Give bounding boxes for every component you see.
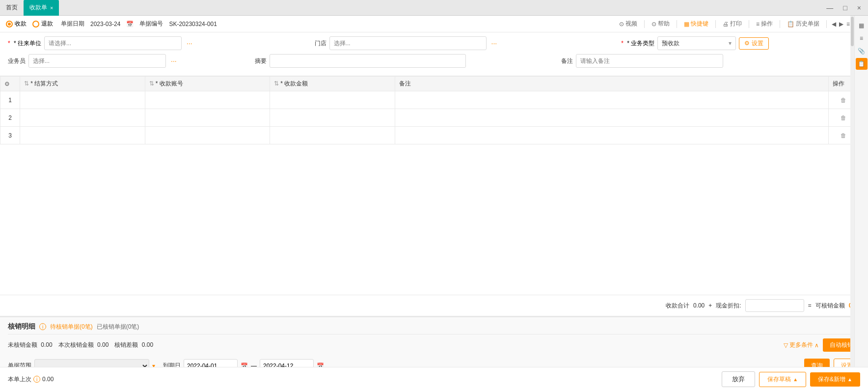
amount-2[interactable] [270,109,395,127]
summary-field: 摘要 [255,54,554,68]
video-btn[interactable]: ⊙ 视频 [617,19,639,29]
date-label: 单据日期 [61,20,84,28]
history-btn[interactable]: 📋 历史单据 [785,19,821,29]
summary-input[interactable] [270,54,466,68]
panel-list-icon[interactable]: ≡ [856,32,868,44]
calendar-icon[interactable]: 📅 [126,21,134,28]
account-2[interactable] [145,109,270,127]
layout-icon[interactable]: ≡ [846,21,850,28]
chevron-up-icon: ∧ [814,342,819,349]
window-controls: — □ × [823,3,868,13]
video-icon: ⊙ [619,21,624,28]
close-btn[interactable]: × [854,3,864,13]
unchecked-value: 0.00 [41,341,52,348]
current-verify-value: 0.00 [97,341,108,348]
salesperson-label: 业务员 [8,57,26,65]
row-num-1: 1 [0,91,20,109]
footer: 本单上次 i 0.00 放弃 保存草稿 ▲ 保存&新增 ▲ [0,367,868,391]
minimize-btn[interactable]: — [823,3,836,13]
form-area: * * 往来单位 ··· 门店 ··· * * 业务类型 预收款 ▾ [0,32,868,76]
from-unit-more-btn[interactable]: ··· [185,39,194,47]
save-draft-btn[interactable]: 保存草稿 ▲ [759,372,806,387]
footer-info: 本单上次 i 0.00 [8,375,54,384]
scroll-track [850,16,854,369]
business-type-select[interactable]: 预收款 ▾ [657,36,736,50]
footer-actions: 放弃 保存草稿 ▲ 保存&新增 ▲ [722,371,860,387]
abandon-btn[interactable]: 放弃 [722,371,755,387]
save-new-btn[interactable]: 保存&新增 ▲ [810,372,860,387]
table-row: 3 🗑 ⧉ [0,127,868,144]
scroll-thumb[interactable] [851,17,854,46]
from-unit-label: * * 往来单位 [8,39,41,48]
salesperson-more-btn[interactable]: ··· [169,57,179,65]
plus-sign: + [708,302,712,309]
verify-done-tab[interactable]: 已核销单据(0笔) [97,323,139,331]
form-row-1: * * 往来单位 ··· 门店 ··· * * 业务类型 预收款 ▾ [8,36,860,50]
sort-icon: ⇅ [24,80,29,87]
from-unit-input[interactable] [44,36,182,50]
col-remark: 备注 [395,77,829,91]
table-row: 2 🗑 ⧉ [0,109,868,127]
print-icon: 🖨 [723,21,729,28]
settlement-1[interactable] [20,91,145,109]
discount-label: 现金折扣: [716,302,741,310]
store-input[interactable] [329,36,487,50]
save-new-arrow: ▲ [847,377,852,382]
more-conditions-label: 更多条件 [789,341,813,349]
history-icon: 📋 [787,21,794,28]
store-label: 门店 [315,39,326,48]
tab-close-btn[interactable]: × [50,5,53,11]
account-1[interactable] [145,91,270,109]
data-table: ⚙ ⇅ * 结算方式 ⇅ * 收款账号 ⇅ * 收款金额 [0,76,868,144]
nav-next-icon[interactable]: ▶ [839,21,843,28]
form-row-2: 业务员 ··· 摘要 备注 [8,54,860,68]
remark-input[interactable] [576,54,723,68]
delete-icon-3[interactable]: 🗑 [841,132,846,139]
panel-table-icon[interactable]: ▦ [856,20,868,31]
radio-refund[interactable]: 退款 [32,20,53,28]
remark-3[interactable] [395,127,829,144]
panel-attach-icon[interactable]: 📎 [856,45,868,57]
print-btn[interactable]: 🖨 打印 [721,19,744,29]
col-amount: ⇅ * 收款金额 [270,77,395,91]
business-type-value: 预收款 [662,39,679,48]
verify-pending-tab[interactable]: 待核销单据(0笔) [50,323,93,331]
business-type-field: * * 业务类型 预收款 ▾ ⚙ 设置 [621,36,860,50]
summary-label: 摘要 [255,57,267,65]
save-new-label: 保存&新增 [818,375,845,384]
delete-icon-2[interactable]: 🗑 [841,114,846,121]
tab-current[interactable]: 收款单 × [24,0,59,16]
store-more-btn[interactable]: ··· [489,39,499,47]
discount-input[interactable] [745,299,804,312]
radio-receive[interactable]: 收款 [6,20,27,28]
tab-home[interactable]: 首页 [0,0,24,16]
delete-icon-1[interactable]: 🗑 [841,97,846,104]
no-value: SK-20230324-001 [169,21,217,28]
settlement-2[interactable] [20,109,145,127]
toolbar-right: ⊙ 视频 ⊙ 帮助 ▦ 快捷键 🖨 打印 ≡ 操作 [617,19,862,29]
amount-1[interactable] [270,91,395,109]
nav-prev-icon[interactable]: ◀ [832,21,836,28]
settings-btn[interactable]: ⚙ 设置 [739,37,768,50]
settlement-3[interactable] [20,127,145,144]
maximize-btn[interactable]: □ [840,3,850,13]
footer-info-icon[interactable]: i [33,376,40,383]
remark-label: 备注 [561,57,573,65]
remark-1[interactable] [395,91,829,109]
tab-bar: 首页 收款单 × — □ × [0,0,868,16]
more-filter-btn[interactable]: ▽ 更多条件 ∧ [784,341,819,349]
amount-3[interactable] [270,127,395,144]
operation-btn[interactable]: ≡ 操作 [754,19,775,29]
salesperson-input[interactable] [28,54,166,68]
table-gear-icon[interactable]: ⚙ [4,81,10,87]
radio-receive-label: 收款 [15,20,27,28]
verify-info-icon[interactable]: i [39,323,46,330]
panel-note-icon[interactable]: 📋 [856,58,868,70]
remark-2[interactable] [395,109,829,127]
help-btn[interactable]: ⊙ 帮助 [650,19,672,29]
remark-field: 备注 [561,54,860,68]
col-account: ⇅ * 收款账号 [145,77,270,91]
shortcut-btn[interactable]: ▦ 快捷键 [682,19,710,29]
account-3[interactable] [145,127,270,144]
footer-last-value: 0.00 [42,376,54,383]
